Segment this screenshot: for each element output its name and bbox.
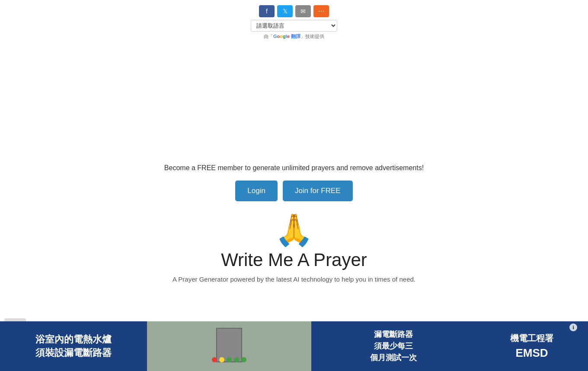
translate-credit: 由「Google 翻譯」技術提供	[264, 33, 324, 40]
translate-area: 請選取語言 由「Google 翻譯」技術提供	[0, 20, 588, 40]
twitter-share-button[interactable]: 𝕏	[277, 5, 293, 17]
led-green2	[234, 357, 239, 362]
ad-panel-right: 漏電斷路器 須最少每三 個月測試一次	[311, 321, 476, 371]
circuit-graphic	[147, 321, 311, 371]
ad-left-title: 浴室內的電熱水爐 須裝設漏電斷路器	[35, 333, 112, 360]
led-green	[227, 357, 232, 362]
promo-message: Become a FREE member to generate unlimit…	[164, 164, 424, 172]
promo-buttons: Login Join for FREE	[235, 181, 352, 201]
led-row	[212, 357, 246, 362]
prayer-subtitle: A Prayer Generator powered by the latest…	[173, 276, 415, 283]
sharethis-button[interactable]: ⋯	[313, 5, 329, 17]
promo-section: Become a FREE member to generate unlimit…	[0, 155, 588, 296]
company-abbr: EMSD	[515, 346, 548, 360]
ad-banner: ℹ ⋮ 浴室內的電熱水爐 須裝設漏電斷路器	[0, 321, 588, 371]
ad-info-button[interactable]: ℹ	[569, 323, 577, 331]
join-button[interactable]: Join for FREE	[283, 181, 353, 201]
language-select[interactable]: 請選取語言	[251, 20, 337, 32]
ad-panel-left: 浴室內的電熱水爐 須裝設漏電斷路器	[0, 321, 147, 371]
ad-panel-middle	[147, 321, 311, 371]
ad-more-button[interactable]: ⋮	[578, 323, 586, 331]
share-bar: f 𝕏 ✉ ⋯	[0, 0, 588, 20]
ad-banner-inner: ℹ ⋮ 浴室內的電熱水爐 須裝設漏電斷路器	[0, 321, 588, 371]
top-ad-space	[0, 43, 588, 155]
ad-right-title: 漏電斷路器 須最少每三 個月測試一次	[370, 329, 417, 364]
company-name: 機電工程署	[510, 333, 553, 344]
google-logo: Google 翻譯	[273, 34, 300, 39]
prayer-emoji: 🙏	[275, 214, 313, 245]
prayer-title: Write Me A Prayer	[221, 250, 367, 270]
led-yellow	[219, 357, 224, 362]
facebook-share-button[interactable]: f	[259, 5, 275, 17]
email-share-button[interactable]: ✉	[295, 5, 311, 17]
login-button[interactable]: Login	[235, 181, 278, 201]
led-green3	[241, 357, 246, 362]
led-red	[212, 357, 217, 362]
